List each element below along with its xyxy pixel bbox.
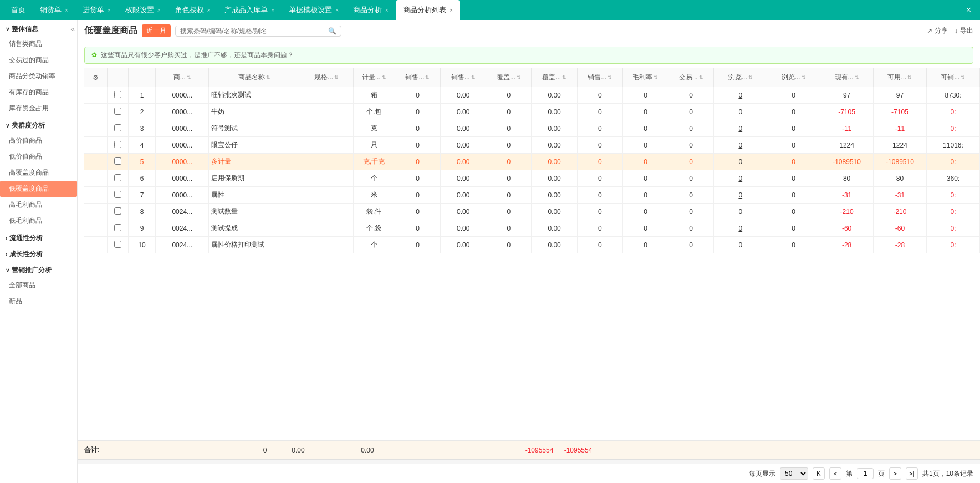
th-unit[interactable]: 计量...⇅ bbox=[353, 68, 395, 87]
browse-link[interactable]: 0 bbox=[738, 175, 742, 182]
row-checkbox[interactable] bbox=[114, 191, 121, 198]
cell-browse1[interactable]: 0 bbox=[714, 104, 767, 120]
browse-link[interactable]: 0 bbox=[738, 241, 742, 249]
next-page-button[interactable]: > bbox=[889, 467, 901, 480]
sidebar-item-new-goods[interactable]: 新品 bbox=[0, 293, 77, 309]
row-checkbox[interactable] bbox=[114, 157, 121, 165]
cell-check[interactable] bbox=[107, 170, 128, 187]
cell-check[interactable] bbox=[107, 137, 128, 154]
row-checkbox[interactable] bbox=[114, 91, 121, 98]
browse-link[interactable]: 0 bbox=[738, 108, 742, 116]
th-sales-sub[interactable]: 销售...⇅ bbox=[577, 68, 622, 87]
cell-browse1[interactable]: 0 bbox=[714, 220, 767, 237]
th-spec[interactable]: 规格...⇅ bbox=[300, 68, 353, 87]
close-icon[interactable]: × bbox=[450, 7, 453, 13]
cell-browse1[interactable]: 0 bbox=[714, 187, 767, 204]
sidebar-group-cluster[interactable]: ∨ 类群度分析 bbox=[0, 116, 77, 133]
sidebar-item-low-margin[interactable]: 低毛利商品 bbox=[0, 213, 77, 229]
browse-link[interactable]: 0 bbox=[738, 225, 742, 232]
cell-check[interactable] bbox=[107, 120, 128, 137]
sidebar-item-capital[interactable]: 库存资金占用 bbox=[0, 100, 77, 116]
th-cov1[interactable]: 覆盖...⇅ bbox=[486, 68, 532, 87]
sidebar-item-sales-goods[interactable]: 销售类商品 bbox=[0, 36, 77, 52]
cell-check[interactable] bbox=[107, 237, 128, 253]
row-checkbox[interactable] bbox=[114, 174, 121, 181]
th-settings[interactable]: ⚙ bbox=[84, 68, 107, 87]
th-available[interactable]: 可用...⇅ bbox=[874, 68, 927, 87]
settings-icon[interactable]: ⚙ bbox=[93, 74, 99, 82]
nav-template[interactable]: 单据模板设置 × bbox=[282, 0, 345, 20]
close-icon[interactable]: × bbox=[335, 7, 339, 13]
cell-check[interactable] bbox=[107, 87, 128, 104]
close-icon[interactable]: × bbox=[157, 7, 161, 13]
sidebar-item-traded-goods[interactable]: 交易过的商品 bbox=[0, 52, 77, 68]
row-checkbox[interactable] bbox=[114, 224, 121, 231]
sidebar-group-growth[interactable]: › 成长性分析 bbox=[0, 245, 77, 261]
nav-permissions[interactable]: 权限设置 × bbox=[119, 0, 167, 20]
first-page-button[interactable]: K bbox=[813, 467, 825, 480]
sidebar-item-all-goods[interactable]: 全部商品 bbox=[0, 277, 77, 293]
nav-purchase[interactable]: 进货单 × bbox=[76, 0, 118, 20]
th-cov2[interactable]: 覆盖...⇅ bbox=[532, 68, 577, 87]
nav-sales[interactable]: 销货单 × bbox=[33, 0, 75, 20]
sidebar-item-high-coverage[interactable]: 高覆盖度商品 bbox=[0, 165, 77, 181]
sidebar-item-in-stock[interactable]: 有库存的商品 bbox=[0, 84, 77, 100]
sidebar-item-category-rate[interactable]: 商品分类动销率 bbox=[0, 68, 77, 84]
sidebar-group-overall[interactable]: ∨ 整体信息 bbox=[0, 20, 77, 36]
cell-browse1[interactable]: 0 bbox=[714, 237, 767, 253]
cell-browse1[interactable]: 0 bbox=[714, 120, 767, 137]
sidebar-item-low-value[interactable]: 低价值商品 bbox=[0, 149, 77, 165]
sidebar-collapse-button[interactable]: « bbox=[70, 24, 75, 33]
nav-products-in[interactable]: 产成品入库单 × bbox=[218, 0, 281, 20]
th-browse1[interactable]: 浏览...⇅ bbox=[714, 68, 767, 87]
cell-browse1[interactable]: 0 bbox=[714, 87, 767, 104]
export-button[interactable]: ↓ 导出 bbox=[955, 26, 973, 35]
close-icon[interactable]: × bbox=[207, 7, 211, 13]
sidebar-item-low-coverage[interactable]: 低覆盖度商品 bbox=[0, 181, 77, 197]
sidebar-group-flow[interactable]: › 流通性分析 bbox=[0, 229, 77, 245]
page-size-select[interactable]: 50 100 200 bbox=[780, 467, 808, 480]
last-page-button[interactable]: >| bbox=[906, 467, 918, 480]
sidebar-group-marketing[interactable]: ∨ 营销推广分析 bbox=[0, 261, 77, 277]
browse-link[interactable]: 0 bbox=[738, 141, 742, 149]
cell-check[interactable] bbox=[107, 220, 128, 237]
row-checkbox[interactable] bbox=[114, 207, 121, 215]
prev-page-button[interactable]: < bbox=[829, 467, 841, 480]
th-code[interactable]: 商...⇅ bbox=[156, 68, 209, 87]
nav-roles[interactable]: 角色授权 × bbox=[169, 0, 217, 20]
th-trade[interactable]: 交易...⇅ bbox=[668, 68, 714, 87]
browse-link[interactable]: 0 bbox=[738, 125, 742, 133]
row-checkbox[interactable] bbox=[114, 141, 121, 148]
th-name[interactable]: 商品名称⇅ bbox=[209, 68, 300, 87]
th-gross[interactable]: 毛利率⇅ bbox=[622, 68, 668, 87]
sidebar-item-high-value[interactable]: 高价值商品 bbox=[0, 133, 77, 149]
cell-browse1[interactable]: 0 bbox=[714, 204, 767, 220]
browse-link[interactable]: 0 bbox=[738, 91, 742, 99]
cell-browse1[interactable]: 0 bbox=[714, 170, 767, 187]
cell-check[interactable] bbox=[107, 187, 128, 204]
cell-check[interactable] bbox=[107, 154, 128, 170]
cell-browse1[interactable]: 0 bbox=[714, 154, 767, 170]
nav-analysis-list[interactable]: 商品分析列表 × bbox=[396, 0, 460, 20]
th-sales-qty[interactable]: 销售...⇅ bbox=[395, 68, 440, 87]
row-checkbox[interactable] bbox=[114, 241, 121, 248]
row-checkbox[interactable] bbox=[114, 124, 121, 131]
close-all-button[interactable]: × bbox=[962, 5, 976, 15]
th-browse2[interactable]: 浏览...⇅ bbox=[767, 68, 820, 87]
cell-check[interactable] bbox=[107, 104, 128, 120]
search-input[interactable] bbox=[180, 27, 326, 35]
nav-analysis[interactable]: 商品分析 × bbox=[346, 0, 395, 20]
close-icon[interactable]: × bbox=[385, 7, 389, 13]
th-sellable[interactable]: 可销...⇅ bbox=[926, 68, 979, 87]
nav-home[interactable]: 首页 bbox=[4, 0, 32, 20]
sidebar-item-high-margin[interactable]: 高毛利商品 bbox=[0, 197, 77, 213]
th-current[interactable]: 现有...⇅ bbox=[820, 68, 874, 87]
share-button[interactable]: ↗ 分享 bbox=[927, 26, 948, 35]
row-checkbox[interactable] bbox=[114, 108, 121, 115]
th-sales-amt[interactable]: 销售...⇅ bbox=[441, 68, 486, 87]
browse-link[interactable]: 0 bbox=[738, 191, 742, 199]
close-icon[interactable]: × bbox=[65, 7, 68, 13]
close-icon[interactable]: × bbox=[108, 7, 111, 13]
browse-link[interactable]: 0 bbox=[738, 158, 742, 166]
time-filter-button[interactable]: 近一月 bbox=[142, 24, 171, 37]
